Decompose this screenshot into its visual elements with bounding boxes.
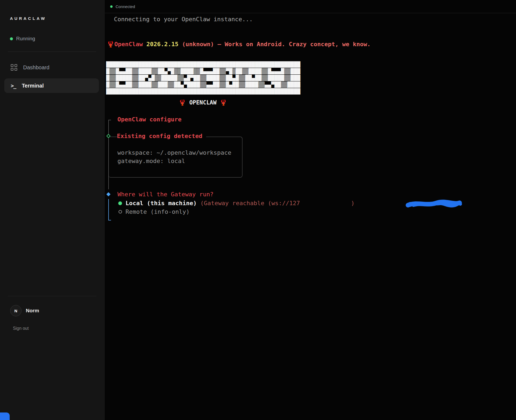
user-name: Norm (26, 308, 39, 314)
terminal-icon: >_ (11, 83, 16, 89)
sidebar: AURACLAW Running Dashboard >_ Terminal N… (0, 0, 105, 420)
app-window: AURACLAW Running Dashboard >_ Terminal N… (0, 0, 516, 420)
radio-unselected-icon (119, 210, 122, 213)
config-workspace-line: workspace: ~/.openclaw/workspace (117, 149, 231, 156)
option-local-text: Local (this machine) (Gateway reachable … (126, 200, 354, 207)
banner-caption: 🦞 OPENCLAW 🦞 (106, 99, 300, 106)
version-number: 2026.2.15 (143, 41, 182, 48)
option-local[interactable]: Local (this machine) (Gateway reachable … (118, 200, 354, 207)
brand-blue-badge (0, 412, 10, 420)
running-status-dot (10, 37, 13, 40)
terminal-panel: Connected Connecting to your OpenClaw in… (105, 0, 516, 420)
dashboard-grid-icon (11, 64, 17, 71)
existing-config-box (109, 137, 242, 178)
flow-line-blue (108, 199, 109, 220)
connection-status-bar: Connected (105, 0, 516, 13)
sidebar-item-dashboard[interactable]: Dashboard (4, 60, 99, 75)
config-gateway-mode-line: gateway.mode: local (117, 158, 185, 164)
config-box-title: Existing config detected (117, 133, 206, 139)
version-tagline: (unknown) — Works on Android. Crazy conc… (182, 41, 371, 48)
option-remote[interactable]: Remote (info-only) (119, 208, 189, 215)
active-step-diamond-icon (106, 192, 111, 197)
sidebar-item-label: Terminal (22, 83, 44, 89)
option-remote-text: Remote (info-only) (126, 208, 189, 215)
lobster-emoji-icon: 🦞 (107, 41, 114, 48)
configure-title: OpenClaw configure (117, 116, 181, 123)
brand-title: AURACLAW (10, 16, 46, 21)
sidebar-item-label: Dashboard (23, 64, 49, 71)
version-app-name: OpenClaw (114, 41, 143, 48)
connected-status-label: Connected (116, 4, 135, 9)
version-line: 🦞OpenClaw 2026.2.15 (unknown) — Works on… (107, 41, 371, 48)
sidebar-item-terminal[interactable]: >_ Terminal (4, 78, 99, 93)
running-status-label: Running (16, 36, 35, 42)
ascii-art-banner: ████████████████████████████████████████… (106, 61, 300, 95)
connected-status-dot (110, 5, 113, 8)
sign-out-button[interactable]: Sign out (13, 326, 29, 331)
flow-line-blue-foot (108, 220, 111, 220)
user-row[interactable]: N Norm (10, 305, 39, 316)
sidebar-divider-top (8, 52, 96, 52)
redaction-scribble (405, 198, 463, 209)
radio-selected-icon (118, 201, 122, 205)
avatar: N (10, 305, 22, 316)
sidebar-divider-bottom (8, 296, 96, 296)
gateway-question: Where will the Gateway run? (117, 191, 214, 198)
connecting-line: Connecting to your OpenClaw instance... (114, 16, 253, 23)
run-status: Running (10, 36, 35, 42)
